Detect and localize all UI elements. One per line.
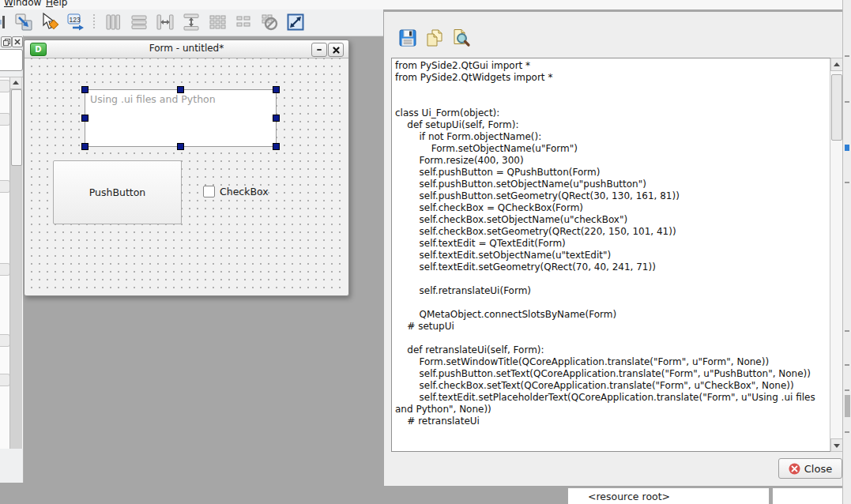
text-edit-widget[interactable]: Using .ui files and Python: [85, 89, 277, 147]
minimize-button[interactable]: [311, 43, 327, 57]
menu-window[interactable]: Window: [4, 0, 41, 8]
find-icon[interactable]: [450, 27, 472, 49]
widget-box-panel: [0, 36, 24, 483]
code-preview-dialog: from PySide2.QtGui import * from PySide2…: [383, 12, 844, 487]
form-window-title: Form - untitled*: [24, 43, 348, 54]
edit-buddies-icon[interactable]: [40, 12, 60, 32]
adjust-size-icon[interactable]: [285, 12, 306, 32]
scrollbar-thumb[interactable]: [831, 74, 842, 141]
selection-handle[interactable]: [177, 143, 184, 150]
form-title-bar[interactable]: D Form - untitled*: [24, 40, 348, 58]
edit-signals-slots-icon[interactable]: [13, 12, 34, 32]
selection-handle[interactable]: [81, 143, 88, 150]
close-icon[interactable]: [12, 36, 23, 47]
selection-handle[interactable]: [81, 115, 88, 122]
restore-icon[interactable]: [1, 36, 12, 47]
qt-designer-screen: Window Help 123: [0, 0, 851, 504]
partial-clipped-icon[interactable]: [0, 12, 6, 32]
close-button[interactable]: [328, 43, 344, 57]
selection-handle[interactable]: [273, 86, 280, 93]
push-button-widget[interactable]: PushButton: [53, 160, 182, 224]
break-layout-icon[interactable]: [259, 12, 280, 32]
widget-list: [0, 77, 23, 449]
checkbox-label: CheckBox: [220, 186, 269, 197]
main-toolbar: 123: [0, 9, 383, 36]
close-circle-icon: [789, 463, 800, 475]
close-button-label: Close: [804, 463, 832, 475]
scroll-down-icon[interactable]: [830, 438, 843, 452]
form-designer-window: D Form - untitled* Using .ui files and P…: [24, 39, 349, 296]
layout-vertical-splitter-icon[interactable]: [181, 12, 201, 32]
menu-bar: Window Help: [0, 0, 842, 9]
menu-help[interactable]: Help: [46, 0, 67, 8]
layout-horizontal-icon[interactable]: [103, 12, 123, 32]
code-view[interactable]: from PySide2.QtGui import * from PySide2…: [391, 58, 843, 452]
checkbox-indicator[interactable]: [203, 186, 215, 197]
layout-grid-icon[interactable]: [207, 12, 228, 32]
resource-side-panel: [772, 487, 844, 504]
scrollbar-thumb[interactable]: [11, 89, 22, 166]
save-icon[interactable]: [397, 27, 419, 49]
check-box-widget[interactable]: CheckBox: [203, 186, 269, 197]
resource-tree-panel: <resource root>: [567, 487, 770, 504]
generated-python-code: from PySide2.QtGui import * from PySide2…: [395, 60, 822, 427]
toolbar-separator: [93, 14, 95, 30]
scroll-up-icon[interactable]: [830, 58, 843, 71]
form-canvas[interactable]: Using .ui files and Python PushButton Ch…: [24, 58, 347, 294]
code-scrollbar[interactable]: [830, 58, 842, 451]
selection-handle[interactable]: [273, 143, 280, 150]
scroll-up-icon[interactable]: [10, 77, 21, 89]
resource-root-item[interactable]: <resource root>: [588, 491, 670, 502]
widget-list-scrollbar[interactable]: [9, 77, 22, 449]
svg-text:123: 123: [70, 16, 81, 24]
selection-handle[interactable]: [81, 86, 88, 93]
layout-form-icon[interactable]: [233, 12, 254, 32]
edit-tab-order-icon[interactable]: 123: [66, 12, 86, 32]
layout-horizontal-splitter-icon[interactable]: [155, 12, 175, 32]
clipped-right-panel: [842, 0, 851, 504]
copy-icon[interactable]: [424, 27, 446, 49]
layout-vertical-icon[interactable]: [129, 12, 149, 32]
selection-handle[interactable]: [273, 115, 280, 122]
close-dialog-button[interactable]: Close: [778, 458, 842, 479]
text-edit-placeholder: Using .ui files and Python: [90, 93, 216, 105]
selection-handle[interactable]: [177, 86, 184, 93]
widget-filter-input[interactable]: [0, 49, 23, 71]
